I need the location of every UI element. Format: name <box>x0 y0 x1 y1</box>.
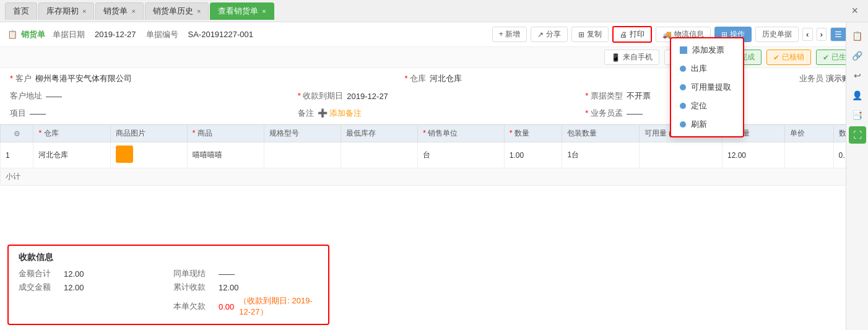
tab-home[interactable]: 首页 <box>5 2 37 20</box>
copy-button[interactable]: ⊞ 复制 <box>571 27 609 42</box>
col-sales-unit: 销售单位 <box>418 125 504 142</box>
tab-inventory[interactable]: 库存期初 × <box>38 2 94 20</box>
close-tab-sales[interactable]: × <box>131 7 135 15</box>
col-pack-qty: 包装数量 <box>562 125 639 142</box>
tab-bar: 首页 库存期初 × 销货单 × 销货单历史 × 查看销货单 × × <box>0 0 868 22</box>
locate-icon <box>680 103 686 109</box>
close-tab-inventory[interactable]: × <box>82 7 86 15</box>
next-nav-button[interactable]: › <box>817 28 827 41</box>
row-min-stock <box>341 142 418 168</box>
table-row: 1 河北仓库 嘻嘻嘻嘻 台 1.00 1台 12.00 0. <box>1 142 868 168</box>
share-button[interactable]: ↗ 分享 <box>531 27 568 42</box>
salesperson-value: —— <box>627 109 643 118</box>
ticket-type-label: 票据类型 <box>585 90 623 102</box>
ticket-type-value: 不开票 <box>627 90 651 102</box>
print-icon: 🖨 <box>620 30 627 39</box>
row-quantity: 1.00 <box>504 142 562 168</box>
sidebar-file-icon[interactable]: 📑 <box>849 106 866 124</box>
address-label: 客户地址 <box>10 90 42 102</box>
cumulative-value: 12.00 <box>219 283 239 292</box>
close-tab-sales-history[interactable]: × <box>197 7 201 15</box>
row-pack-qty: 1台 <box>562 142 639 168</box>
col-unit-price: 单价 <box>785 125 833 142</box>
subtotal-row: 小计 <box>1 168 868 186</box>
payment-date-value: 2019-12-27 <box>347 92 388 101</box>
sidebar-undo-icon[interactable]: ↩ <box>849 67 866 84</box>
address-value: —— <box>46 92 62 101</box>
table-section: ⚙ 仓库 商品图片 商品 规格型号 最低库存 销售单位 数量 包装数量 可用量 … <box>0 124 868 240</box>
right-sidebar: 📋 🔗 ↩ 👤 📑 ⛶ <box>846 22 868 330</box>
customer-field: 客户 柳州粤港平安气体有限公司 <box>10 73 390 84</box>
row-current: 12.00 <box>723 142 785 168</box>
row-image <box>110 142 187 168</box>
mobile-icon: 📱 <box>611 53 620 62</box>
owe-item: 本单欠款 0.00 （收款到期日: 2019-12-27） <box>173 295 318 318</box>
col-product: 商品 <box>187 125 264 142</box>
remark-field: 备注 ➕ 添加备注 <box>298 108 571 119</box>
prev-nav-button[interactable]: ‹ <box>802 28 812 41</box>
new-button[interactable]: + 新增 <box>492 27 527 42</box>
close-tab-view-sales[interactable]: × <box>262 7 266 15</box>
available-icon <box>680 84 686 90</box>
col-image: 商品图片 <box>110 125 187 142</box>
doc-title: 📋 销货单 <box>7 29 45 40</box>
add-remark-button[interactable]: ➕ 添加备注 <box>318 108 362 119</box>
sidebar-expand-icon[interactable]: ⛶ <box>849 126 866 144</box>
row-product: 嘻嘻嘻嘻 <box>187 142 264 168</box>
print-button[interactable]: 🖨 打印 <box>612 26 652 43</box>
dropdown-locate[interactable]: 定位 <box>671 97 743 115</box>
salesperson-label: 业务员孟 <box>585 108 623 119</box>
sidebar-user-icon[interactable]: 👤 <box>849 87 866 104</box>
col-min-stock: 最低库存 <box>341 125 418 142</box>
col-spec: 规格型号 <box>264 125 341 142</box>
customer-value: 柳州粤港平安气体有限公司 <box>35 73 132 84</box>
project-value: —— <box>30 109 46 118</box>
row-warehouse: 河北仓库 <box>33 142 110 168</box>
total-amount-item: 金额合计 12.00 <box>19 268 163 279</box>
project-field: 项目 —— <box>10 108 283 119</box>
subtotal-label: 小计 <box>1 168 868 186</box>
tab-view-sales[interactable]: 查看销货单 × <box>210 2 274 20</box>
warehouse-label: 仓库 <box>405 73 427 84</box>
staff-label: 业务员 <box>799 73 823 84</box>
row-available <box>639 142 722 168</box>
payment-title: 收款信息 <box>19 252 318 263</box>
settlement-value: —— <box>219 269 235 279</box>
owe-note: （收款到期日: 2019-12-27） <box>239 295 318 318</box>
payment-grid: 金额合计 12.00 同单现结 —— 成交金额 12.00 累计收款 12.00… <box>19 268 318 318</box>
payment-date-label: 收款到期日 <box>298 90 344 102</box>
warehouse-value: 河北仓库 <box>430 73 462 84</box>
window-close-button[interactable]: × <box>846 4 863 17</box>
tab-sales-history[interactable]: 销货单历史 × <box>145 2 209 20</box>
tab-sales[interactable]: 销货单 × <box>95 2 143 20</box>
dropdown-refresh[interactable]: 刷新 <box>671 115 743 134</box>
effective-icon: ✔ <box>823 53 829 62</box>
sidebar-doc-icon[interactable]: 📋 <box>849 27 866 45</box>
row-index: 1 <box>1 142 33 168</box>
doc-meta: 单据日期 2019-12-27 单据编号 SA-20191227-001 <box>53 29 253 40</box>
deal-amount-item: 成交金额 12.00 <box>19 282 163 293</box>
history-button[interactable]: 历史单据 <box>755 27 799 42</box>
deal-amount-value: 12.00 <box>64 283 84 292</box>
sidebar-link-icon[interactable]: 🔗 <box>849 47 866 64</box>
doc-icon: 📋 <box>7 30 17 39</box>
col-gear: ⚙ <box>1 125 33 142</box>
row-unit-price <box>785 142 833 168</box>
dropdown-available[interactable]: 可用量提取 <box>671 78 743 97</box>
outbound-icon <box>680 66 686 72</box>
plus-icon: ➕ <box>318 108 328 118</box>
cancel-icon: ✔ <box>773 53 779 62</box>
settlement-item: 同单现结 —— <box>173 268 318 279</box>
refresh-icon <box>680 121 686 128</box>
canceled-status-button[interactable]: ✔ 已核销 <box>766 50 811 65</box>
row-spec <box>264 142 341 168</box>
dropdown-outbound[interactable]: 出库 <box>671 59 743 78</box>
mobile-status-button[interactable]: 📱 来自手机 <box>604 50 659 65</box>
dropdown-add-invoice[interactable]: 添加发票 <box>671 41 743 59</box>
payment-date-field: 收款到期日 2019-12-27 <box>298 90 571 102</box>
owe-value: 0.00 <box>219 302 234 311</box>
project-label: 项目 <box>10 108 26 119</box>
customer-label: 客户 <box>10 73 32 84</box>
remark-label: 备注 <box>298 108 314 119</box>
list-view-button[interactable]: ☰ <box>831 28 846 41</box>
